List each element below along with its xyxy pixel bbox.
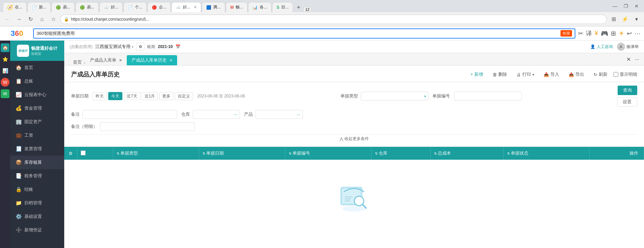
date-last-month-btn[interactable]: 近1月 [142,92,158,100]
remark-detail-filter-input[interactable] [100,122,195,131]
export-button[interactable]: 📤 导出 [565,70,588,79]
account-info: (勿删勿禁用) 江西服宝测试专用 ▾ ⚙ 账期 2021-10 📅 [70,43,181,51]
lightning-icon[interactable]: ⚡ [620,15,630,24]
game-icon[interactable]: 🎮 [601,30,608,37]
sidebar-icon-star[interactable]: ⭐ [1,55,9,64]
query-button[interactable]: 查询 [618,86,637,95]
page-tab-list[interactable]: 产成品入库单 ✕ [85,55,127,65]
browser-tab-11[interactable]: 📊 各... [248,2,271,12]
sun-icon[interactable]: ☀ [619,30,624,37]
breadcrumb-home[interactable]: 首页 [71,59,84,65]
date-yesterday-btn[interactable]: 昨天 [93,92,107,100]
table-header-date[interactable]: ⇅ 单据日期 [199,147,285,160]
page-tab-history-close[interactable]: ✕ [169,58,172,63]
yen-icon[interactable]: ¥ [595,30,598,37]
browser-tab-3[interactable]: 🟢 易... [51,2,75,12]
app-body: 🏠 ⭐ 📊 W ✉ 好会计 畅捷通好会计 旗舰版 🏠 首页 📋 [0,41,644,248]
date-more-btn[interactable]: 更多 [159,92,173,100]
page-tab-list-close[interactable]: ✕ [119,58,122,63]
sidebar-icon-chart[interactable]: 📊 [1,66,9,75]
company-selector[interactable]: 江西服宝测试专用 ▾ [95,44,134,50]
collapse-button[interactable]: ⋀ 收起更多条件 [71,134,637,143]
minimize-button[interactable]: — [610,1,620,11]
back-button[interactable]: ← [3,15,12,24]
nav-item-payroll[interactable]: 💼 工资 [10,129,64,142]
translate-icon[interactable]: 译 [586,29,592,38]
browser-tab-12[interactable]: S 目... [272,2,293,12]
browser-tab-7[interactable]: 🔴 企... [147,2,171,12]
nav-item-cloud-report[interactable]: 📈 云报表中心 [10,88,64,102]
panel-more-icon[interactable]: ⋯ [634,57,641,62]
nav-item-fund[interactable]: 💰 资金管理 [10,102,64,115]
sidebar-icon-weibo[interactable]: W [1,78,9,87]
date-last7-btn[interactable]: 近7天 [124,92,140,100]
grid-icon[interactable]: ⊞ [609,15,618,24]
browser-tab-4[interactable]: 🟢 易... [75,2,99,12]
sidebar-icon-mail[interactable]: ✉ [1,89,9,98]
remark-filter-input[interactable] [82,110,177,119]
nav-item-archive[interactable]: 📁 归档管理 [10,196,64,210]
address-bar[interactable]: 🔒 https://cloud.chanjet.com/accounting/u… [60,15,607,24]
browser-tab-2[interactable]: 📄 新... [27,2,51,12]
close-button[interactable]: ✕ [632,1,641,11]
forward-button[interactable]: → [14,15,24,24]
scissors-icon[interactable]: ✂ [578,30,583,37]
import-button[interactable]: 📥 导入 [540,70,563,79]
tab-close-8[interactable]: ✕ [194,5,197,9]
nav-item-tax[interactable]: 📑 税务管理 [10,169,64,183]
product-select[interactable]: ··· [256,110,303,119]
browser-tab-8[interactable]: ☁️ 好... ✕ [171,2,201,12]
grid-view-icon[interactable]: ⊞ [611,30,616,37]
app-nav-header[interactable]: 好会计 畅捷通好会计 旗舰版 [10,41,64,61]
new-tab-button[interactable]: + [294,3,303,12]
refresh-button[interactable]: ↻ 刷新 [590,70,611,79]
nav-item-fixed-assets[interactable]: 🏢 固定资产 [10,115,64,129]
type-select-wrap[interactable]: ▾ [361,92,428,100]
nav-item-close[interactable]: 🔒 结账 [10,183,64,196]
add-button[interactable]: + 新增 [467,70,486,79]
table-header-total-cost[interactable]: ⇅ 总成本 [431,147,503,160]
print-dropdown-arrow[interactable]: ▾ [532,73,534,76]
nav-item-new-voucher[interactable]: ➕ 新增凭证 [10,223,64,237]
show-name-checkbox[interactable]: 显示明细 [614,71,637,77]
warehouse-select[interactable]: ··· [193,110,240,119]
nav-item-settings[interactable]: ⚙️ 基础设置 [10,210,64,223]
nav-item-ledger[interactable]: 📋 总账 [10,74,64,88]
table-header-number[interactable]: ⇅ 单据编号 [285,147,371,160]
date-today-btn[interactable]: 今天 [108,92,122,100]
customer-service-button[interactable]: 👤 人工咨询 [590,44,613,50]
delete-button[interactable]: 🗑 删除 [489,70,510,79]
table-header-checkbox[interactable] [77,147,113,160]
more-settings-icon[interactable]: ⋯ [635,30,641,37]
dropdown-arrow[interactable]: ▾ [632,15,641,24]
company-settings-icon[interactable]: ⚙ [136,43,144,51]
browser-tab-1[interactable]: 🧭 在... [3,2,27,12]
page-tab-history[interactable]: 产成品入库单历史 ✕ [127,55,177,65]
print-button[interactable]: 🖨 打印 ▾ [513,70,538,79]
table-header-gear[interactable]: ⚙ [64,147,77,160]
bookmark-button[interactable]: ☆ [49,15,58,24]
date-custom-btn[interactable]: 自定义 [175,92,193,100]
sidebar-icon-home[interactable]: 🏠 [1,43,9,52]
number-filter-input[interactable] [454,92,522,100]
period-calendar-icon[interactable]: 📅 [175,44,181,49]
select-all-checkbox[interactable] [81,151,86,155]
browser-tab-10[interactable]: M 畅... [226,2,247,12]
refresh-nav-button[interactable]: ↻ [26,15,35,24]
maximize-button[interactable]: ❐ [621,1,630,11]
settings-filter-button[interactable]: 设置 [617,97,637,107]
table-header-type[interactable]: ⇅ 单据类型 [113,147,199,160]
browser-tab-6[interactable]: 📄 个... [123,2,147,12]
home-nav-button[interactable]: ⌂ [37,15,47,24]
browser-tab-5[interactable]: ☁️ 好... [99,2,123,12]
table-header-warehouse[interactable]: ⇅ 仓库 [371,147,431,160]
nav-item-invoice[interactable]: 🧾 发票管理 [10,142,64,156]
table-header-status[interactable]: ⇅ 单据状态 [503,147,590,160]
browser-tab-9[interactable]: 🟦 腾... [202,2,225,12]
nav-item-home[interactable]: 🏠 首页 [10,61,64,74]
nav-item-inventory[interactable]: 📦 库存核算 [10,156,64,169]
show-name-input[interactable] [614,72,618,77]
undo-icon[interactable]: ↩ [627,30,632,37]
search-input-text[interactable]: 360智能抠图免费用 [37,30,558,37]
close-panel-button[interactable]: ✕ [624,56,634,63]
